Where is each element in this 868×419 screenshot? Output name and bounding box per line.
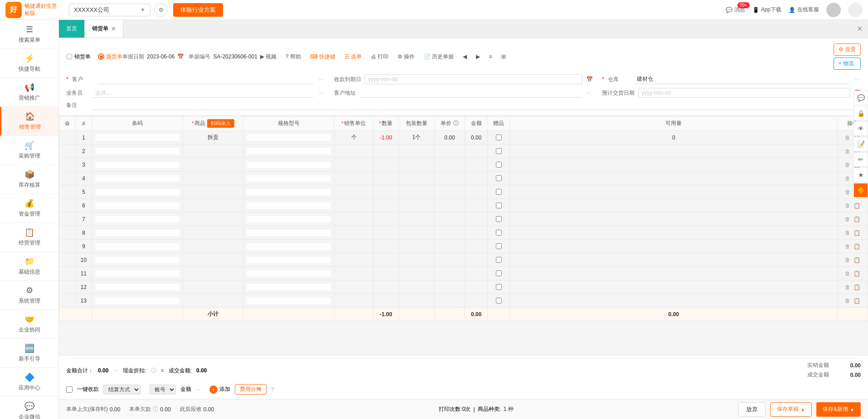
row-gift-cell[interactable] (487, 131, 509, 144)
customer-input[interactable] (98, 75, 313, 84)
row-spec-cell[interactable] (243, 240, 335, 253)
th-settings[interactable]: ⚙ (59, 116, 76, 131)
row-gift-checkbox[interactable] (496, 148, 502, 154)
row-gift-checkbox[interactable] (496, 175, 502, 181)
row-barcode-input[interactable] (96, 162, 179, 168)
row-delete-icon[interactable]: 🗑 (845, 202, 850, 209)
row-qty-cell[interactable]: -1.00 (373, 131, 399, 144)
remarks-input[interactable] (92, 101, 861, 110)
row-gift-checkbox[interactable] (496, 189, 502, 195)
one-click-pay-checkbox[interactable] (66, 386, 73, 393)
row-barcode-input[interactable] (96, 175, 179, 182)
row-gift-checkbox[interactable] (496, 243, 502, 249)
row-spec-input[interactable] (247, 243, 330, 250)
row-qty-cell[interactable] (373, 158, 399, 172)
user-avatar[interactable] (826, 3, 841, 17)
row-delete-icon[interactable]: 🗑 (845, 230, 850, 236)
view-list-btn[interactable]: ≡ (486, 53, 495, 61)
row-copy-icon[interactable]: 📋 (853, 230, 860, 236)
sidebar-item-guide[interactable]: 🆕 新手引导 (0, 339, 58, 368)
action-shortcut-btn[interactable]: ⌨ 快捷键 (307, 52, 338, 62)
row-spec-cell[interactable] (243, 212, 335, 226)
row-price-cell[interactable] (434, 226, 465, 240)
settings-top-btn[interactable]: ⚙ 设置 (834, 43, 861, 56)
row-barcode-input[interactable] (96, 135, 179, 141)
sidebar-item-finance[interactable]: 💰 资金管理 (0, 194, 58, 223)
save-new-btn[interactable]: 保存&新增 ▲ (816, 402, 861, 417)
row-barcode-cell[interactable] (92, 144, 183, 158)
scan-button[interactable]: 扫码录入 (207, 119, 234, 128)
row-price-cell[interactable] (434, 172, 465, 185)
row-barcode-input[interactable] (96, 284, 179, 290)
sidebar-item-inventory[interactable]: 📦 库存核算 (0, 165, 58, 194)
float-lock-btn[interactable]: 🔒 (853, 106, 868, 120)
row-gift-cell[interactable] (487, 240, 509, 253)
row-barcode-cell[interactable] (92, 267, 183, 280)
doc-date-calendar-icon[interactable]: 📅 (177, 53, 184, 60)
row-barcode-cell[interactable] (92, 253, 183, 267)
row-qty-cell[interactable] (373, 280, 399, 294)
nav-next-btn[interactable]: ▶ (473, 53, 483, 61)
row-qty-cell[interactable] (373, 240, 399, 253)
trial-button[interactable]: 体验行业方案 (173, 3, 223, 17)
row-barcode-cell[interactable] (92, 212, 183, 226)
row-barcode-cell[interactable] (92, 158, 183, 172)
row-copy-icon[interactable]: 📋 (853, 257, 860, 263)
row-gift-checkbox[interactable] (496, 162, 502, 168)
radio-sales-order[interactable]: 销货单 (66, 53, 91, 61)
row-barcode-input[interactable] (96, 298, 179, 304)
tab-home[interactable]: 首页 (59, 20, 85, 38)
action-print-btn[interactable]: 🖨 打印 (368, 52, 391, 62)
row-price-cell[interactable] (434, 199, 465, 212)
row-price-cell[interactable] (434, 280, 465, 294)
due-date-input[interactable] (365, 74, 582, 84)
row-barcode-cell[interactable] (92, 280, 183, 294)
row-qty-cell[interactable] (373, 226, 399, 240)
sidebar-item-sales-mgmt[interactable]: 🏠 销售管理 (0, 107, 58, 136)
row-barcode-input[interactable] (96, 216, 179, 222)
row-barcode-input[interactable] (96, 257, 179, 263)
row-spec-cell[interactable] (243, 172, 335, 185)
sidebar-item-marketing[interactable]: 📢 营销推广 (0, 78, 58, 107)
row-gift-checkbox[interactable] (496, 284, 502, 290)
cash-discount-help-icon[interactable]: ⓘ (151, 367, 156, 375)
company-selector[interactable]: XXXXXX公司 ▼ (69, 4, 150, 16)
row-qty-cell[interactable] (373, 144, 399, 158)
float-star-btn[interactable]: ★ (853, 168, 868, 182)
row-delete-icon[interactable]: 🗑 (845, 216, 850, 222)
row-delete-icon[interactable]: 🗑 (845, 148, 850, 154)
due-date-calendar-icon[interactable]: 📅 (586, 76, 593, 82)
row-spec-input[interactable] (247, 135, 330, 141)
row-copy-icon[interactable]: 📋 (853, 270, 860, 277)
row-qty-cell[interactable] (373, 185, 399, 199)
row-spec-input[interactable] (247, 148, 330, 154)
sidebar-item-sys-mgmt[interactable]: ⚙ 系统管理 (0, 281, 58, 310)
user-avatar-2[interactable] (848, 3, 863, 17)
row-gift-cell[interactable] (487, 158, 509, 172)
row-barcode-cell[interactable] (92, 185, 183, 199)
row-spec-cell[interactable] (243, 144, 335, 158)
row-barcode-cell[interactable] (92, 294, 183, 308)
action-history-btn[interactable]: 📄 历史单据 (421, 52, 456, 62)
float-orange-action-btn[interactable]: 🔶 (853, 183, 868, 197)
save-draft-btn[interactable]: 保存草稿 ▲ (770, 402, 812, 417)
row-spec-input[interactable] (247, 284, 330, 290)
row-delete-icon[interactable]: 🗑 (845, 175, 850, 182)
row-barcode-cell[interactable] (92, 240, 183, 253)
customer-address-ellipsis-btn[interactable]: ··· (585, 90, 593, 96)
row-gift-checkbox[interactable] (496, 216, 502, 222)
row-spec-input[interactable] (247, 189, 330, 195)
sidebar-item-wechat[interactable]: 💬 企业微信 (0, 397, 58, 419)
row-barcode-cell[interactable] (92, 172, 183, 185)
row-spec-input[interactable] (247, 162, 330, 168)
row-copy-icon[interactable]: 📋 (853, 298, 860, 304)
row-gift-checkbox[interactable] (496, 257, 502, 263)
sidebar-item-operations[interactable]: 📋 经营管理 (0, 223, 58, 252)
sidebar-item-corp-collab[interactable]: 🤝 企业协同 (0, 310, 58, 339)
fenyong-help-icon[interactable]: ? (271, 386, 274, 393)
row-gift-checkbox[interactable] (496, 135, 502, 140)
row-qty-cell[interactable] (373, 267, 399, 280)
row-gift-cell[interactable] (487, 226, 509, 240)
row-barcode-input[interactable] (96, 202, 179, 209)
tab-close-all-btn[interactable]: ✕ (851, 20, 868, 38)
